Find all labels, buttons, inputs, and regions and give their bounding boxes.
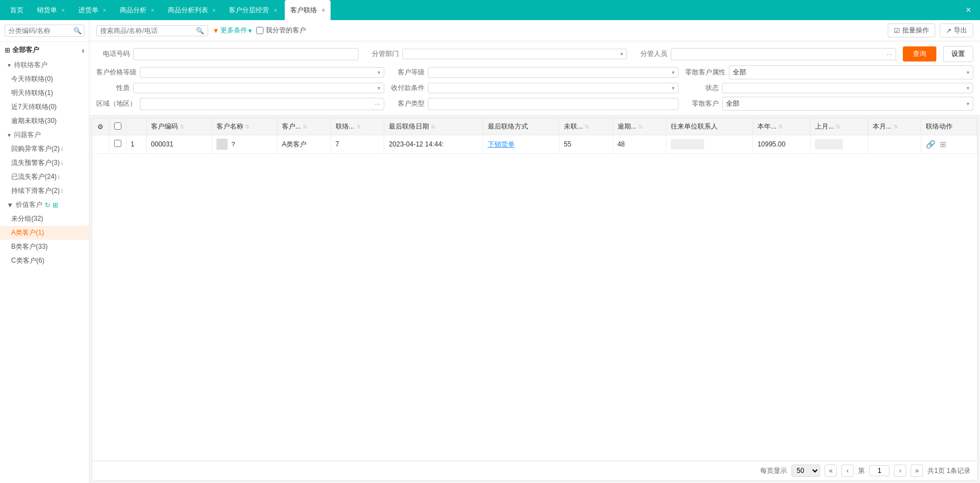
dept-select[interactable]: ▾: [402, 49, 628, 59]
sidebar-item-tomorrow[interactable]: 明天待联络(1): [0, 86, 89, 100]
nav-tab-purchase[interactable]: 进货单 ×: [73, 0, 112, 20]
more-filters-arrow-icon: ▾: [248, 27, 252, 35]
checkbox-all-header[interactable]: [109, 119, 126, 135]
overdue-column-header[interactable]: 逾期... ⇅: [613, 119, 666, 135]
close-sales-icon[interactable]: ×: [62, 7, 65, 13]
link-action-icon[interactable]: 🔗: [926, 140, 935, 149]
sidebar-problem-customer-header[interactable]: ▼ 问题客户: [0, 128, 89, 142]
close-segment-icon[interactable]: ×: [274, 7, 277, 13]
nav-tab-sales[interactable]: 销货单 ×: [31, 0, 70, 20]
sidebar-item-7days[interactable]: 近7天待联络(0): [0, 100, 89, 114]
total-label: 共1页 1条记录: [927, 466, 970, 476]
row-checkbox[interactable]: [114, 140, 121, 147]
sidebar-item-repurchase-anomaly[interactable]: 回购异常客户(2) ℹ: [0, 142, 89, 156]
sidebar-item-overdue[interactable]: 逾期未联络(30): [0, 114, 89, 128]
uncontacted-column-header[interactable]: 未联... ⇅: [559, 119, 613, 135]
first-page-button[interactable]: «: [824, 465, 837, 477]
main-search-icon[interactable]: 🔍: [196, 27, 204, 35]
nav-tab-home[interactable]: 首页: [4, 0, 29, 20]
sidebar-search-icon[interactable]: 🔍: [73, 27, 82, 35]
phone-input[interactable]: [133, 48, 359, 60]
sidebar-item-class-b[interactable]: B类客户(33): [0, 240, 89, 254]
export-icon: ↗: [946, 27, 951, 35]
info-icon-churn[interactable]: ℹ: [61, 160, 63, 166]
sidebar-pending-contact-header[interactable]: ▼ 待联络客户: [0, 58, 89, 72]
refresh-icon[interactable]: ↻: [45, 201, 50, 209]
query-button[interactable]: 查询: [903, 46, 936, 61]
row-last-contact-date: 2023-04-12 14:44:: [384, 135, 483, 154]
select-all-checkbox[interactable]: [114, 122, 121, 130]
per-page-select[interactable]: 50 100 200: [791, 465, 820, 477]
export-button[interactable]: ↗ 导出: [940, 23, 973, 37]
sidebar-item-unclassified[interactable]: 未分组(32): [0, 212, 89, 226]
table-area: ⚙ 客户编码 ⇅ 客户名称 ⇅: [92, 118, 978, 481]
customer-level-select[interactable]: ▾: [428, 67, 679, 78]
prev-page-button[interactable]: ‹: [841, 465, 854, 477]
add-value-group-icon[interactable]: ⊞: [53, 201, 58, 209]
last-contact-date-column-header[interactable]: 最后联络日期 ⇅: [384, 119, 483, 135]
row-this-year: 10995.00: [753, 135, 811, 154]
sidebar-item-churned[interactable]: 已流失客户(24) ℹ: [0, 170, 89, 184]
nav-tab-product-analysis[interactable]: 商品分析 ×: [114, 0, 160, 20]
close-purchase-icon[interactable]: ×: [103, 7, 106, 13]
retail-attr-select[interactable]: 全部 ▾: [729, 65, 973, 79]
more-filters-button[interactable]: ▼ 更多条件 ▾: [213, 26, 252, 35]
qr-action-icon[interactable]: ⊞: [940, 140, 946, 149]
name-column-header[interactable]: 客户名称 ⇅: [211, 119, 277, 135]
close-contact-icon[interactable]: ×: [322, 7, 325, 13]
contact-count-column-header[interactable]: 联络... ⇅: [331, 119, 384, 135]
batch-op-button[interactable]: ☑ 批量操作: [888, 23, 935, 37]
this-year-column-header[interactable]: 本年... ⇅: [753, 119, 811, 135]
price-level-label: 客户价格等级: [96, 68, 136, 77]
page-input[interactable]: [869, 465, 889, 476]
last-page-button[interactable]: »: [911, 465, 923, 477]
my-customers-checkbox[interactable]: [256, 27, 263, 34]
sidebar-item-today[interactable]: 今天待联络(0): [0, 72, 89, 86]
close-list-icon[interactable]: ×: [213, 7, 216, 13]
retail-attr-label: 零散客户属性: [685, 68, 725, 77]
info-icon-repurchase[interactable]: ℹ: [61, 146, 63, 152]
sidebar-item-declining[interactable]: 持续下滑客户(2) ℹ: [0, 184, 89, 198]
sidebar-all-customers[interactable]: ⊞ 全部客户 ‹: [0, 42, 89, 58]
action-column-header: 联络动作: [921, 119, 977, 135]
payment-select[interactable]: ▾: [428, 83, 679, 93]
sidebar-item-churn-warning[interactable]: 流失预警客户(3) ℹ: [0, 156, 89, 170]
region-select[interactable]: ···: [140, 98, 384, 110]
sidebar-value-customer-header[interactable]: ▼ 价值客户 ↻ ⊞: [0, 198, 89, 212]
settings-button[interactable]: 设置: [943, 46, 973, 62]
sidebar-search-input[interactable]: [4, 25, 84, 37]
dept-field: 分管部门 ▾: [365, 49, 628, 59]
info-icon-declining[interactable]: ℹ: [61, 188, 63, 194]
last-contact-method-column-header: 最后联络方式: [483, 119, 559, 135]
row-no: 1: [126, 135, 146, 154]
manager-select[interactable]: ···: [671, 48, 896, 60]
close-all-button[interactable]: ×: [962, 5, 976, 15]
main-search-input[interactable]: [100, 27, 196, 35]
code-column-header[interactable]: 客户编码 ⇅: [146, 119, 211, 135]
collapse-button[interactable]: ‹: [82, 46, 84, 55]
customer-type-input[interactable]: [428, 98, 679, 110]
main-layout: 🔍 ⊞ 全部客户 ‹ ▼ 待联络客户 今天待联络(0) 明天待联络(1) 近7天…: [0, 20, 980, 483]
retail-customer-select[interactable]: 全部 ▾: [722, 97, 973, 111]
row-checkbox-cell[interactable]: [109, 135, 126, 154]
value-arrow-icon: ▼: [7, 201, 13, 209]
close-analysis-icon[interactable]: ×: [151, 7, 154, 13]
sidebar-item-class-a[interactable]: A类客户(1): [0, 226, 89, 240]
nav-tab-customer-segment[interactable]: 客户分层经营 ×: [223, 0, 282, 20]
price-level-arrow-icon: ▾: [378, 69, 380, 75]
my-customers-filter[interactable]: 我分管的客户: [256, 26, 306, 35]
type-column-header[interactable]: 客户... ⇅: [277, 119, 331, 135]
status-select[interactable]: ▾: [722, 83, 973, 93]
info-icon-churned[interactable]: ℹ: [58, 174, 60, 180]
sidebar-item-class-c[interactable]: C类客户(6): [0, 254, 89, 268]
retail-customer-label: 零散客户: [685, 99, 719, 108]
gear-column-header[interactable]: ⚙: [92, 119, 109, 135]
price-level-select[interactable]: ▾: [140, 67, 384, 78]
nav-tab-customer-contact[interactable]: 客户联络 ×: [285, 0, 331, 20]
this-month-column-header[interactable]: 本月... ⇅: [868, 119, 921, 135]
next-page-button[interactable]: ›: [894, 465, 906, 477]
nav-tab-product-list[interactable]: 商品分析列表 ×: [162, 0, 222, 20]
nature-select[interactable]: ▾: [133, 83, 384, 93]
row-last-contact-method[interactable]: 下销货单: [483, 135, 559, 154]
last-month-column-header[interactable]: 上月... ⇅: [810, 119, 868, 135]
